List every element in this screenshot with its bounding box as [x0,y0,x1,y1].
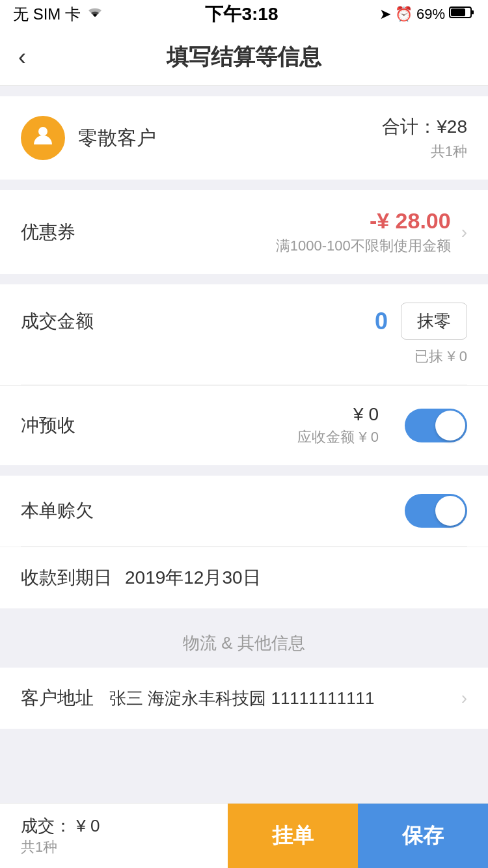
customer-total: 合计：¥28 [382,115,467,139]
transaction-value[interactable]: 0 [375,308,388,335]
location-icon: ➤ [379,6,391,23]
sim-label: 无 SIM 卡 [13,4,81,25]
battery-label: 69% [416,6,445,23]
prepay-toggle[interactable] [405,409,467,442]
address-section: 客户地址 张三 海淀永丰科技园 11111111111 › [0,668,488,729]
round-button[interactable]: 抹零 [401,303,467,340]
customer-avatar [21,116,65,160]
alarm-icon: ⏰ [395,6,413,23]
address-chevron-icon: › [461,688,467,709]
customer-summary: 合计：¥28 共1种 [382,115,467,161]
pending-button[interactable]: 挂单 [228,804,358,868]
prepay-amount: ¥ 0 [297,404,379,425]
transaction-label: 成交金额 [21,309,94,334]
transaction-section: 成交金额 0 抹零 已抹 ¥ 0 冲预收 ¥ 0 应收金额 ¥ 0 [0,284,488,465]
duedate-value[interactable]: 2019年12月30日 [125,565,261,590]
summary-label: 成交： [21,816,72,835]
summary-count: 共1种 [21,837,207,857]
customer-left: 零散客户 [21,116,156,160]
debt-label: 本单赊欠 [21,498,94,523]
coupon-section: 优惠券 -¥ 28.00 满1000-100不限制使用金额 › [0,190,488,274]
coupon-right: -¥ 28.00 满1000-100不限制使用金额 › [276,208,467,256]
save-button[interactable]: 保存 [358,804,488,868]
status-left: 无 SIM 卡 [13,4,104,25]
svg-point-3 [38,127,47,136]
customer-name: 零散客户 [78,125,156,152]
coupon-label: 优惠券 [21,220,75,245]
debt-toggle[interactable] [405,494,467,528]
duedate-label: 收款到期日 [21,565,112,590]
status-right: ➤ ⏰ 69% [379,5,475,23]
logistics-label: 物流 & 其他信息 [183,633,305,653]
status-bar: 无 SIM 卡 下午3:18 ➤ ⏰ 69% [0,0,488,29]
back-button[interactable]: ‹ [18,44,26,71]
customer-count: 共1种 [382,142,467,161]
svg-rect-2 [451,8,465,16]
summary-amount-row: 成交： ¥ 0 [21,815,207,837]
prepay-label: 冲预收 [21,413,75,438]
coupon-desc: 满1000-100不限制使用金额 [276,236,451,256]
chevron-right-icon: › [461,222,467,243]
bottom-bar: 成交： ¥ 0 共1种 挂单 保存 [0,803,488,868]
address-value: 张三 海淀永丰科技园 11111111111 [109,687,451,710]
nav-bar: ‹ 填写结算等信息 [0,29,488,86]
coupon-discount: -¥ 28.00 [276,208,451,234]
debt-toggle-knob [435,496,465,526]
prepay-row: 冲预收 ¥ 0 应收金额 ¥ 0 [0,385,488,465]
prepay-values: ¥ 0 应收金额 ¥ 0 [297,404,379,447]
svg-rect-1 [471,10,474,14]
nav-title: 填写结算等信息 [167,42,321,72]
status-time: 下午3:18 [205,2,278,27]
address-label: 客户地址 [21,686,99,711]
battery-icon [449,5,475,23]
person-icon [31,124,55,152]
coupon-row[interactable]: 优惠券 -¥ 28.00 满1000-100不限制使用金额 › [0,190,488,274]
logistics-divider: 物流 & 其他信息 [0,619,488,668]
duedate-row: 收款到期日 2019年12月30日 [0,547,488,608]
toggle-knob [435,411,465,441]
summary-amount: ¥ 0 [76,816,100,835]
debt-section: 本单赊欠 收款到期日 2019年12月30日 [0,476,488,608]
transaction-sub: 已抹 ¥ 0 [414,348,467,364]
customer-row: 零散客户 合计：¥28 共1种 [0,96,488,180]
prepay-sub: 应收金额 ¥ 0 [297,427,379,447]
debt-row: 本单赊欠 [0,476,488,546]
wifi-icon [86,5,104,23]
bottom-summary: 成交： ¥ 0 共1种 [0,804,228,868]
address-row[interactable]: 客户地址 张三 海淀永丰科技园 11111111111 › [0,668,488,729]
amount-row: 成交金额 0 抹零 已抹 ¥ 0 [0,284,488,385]
